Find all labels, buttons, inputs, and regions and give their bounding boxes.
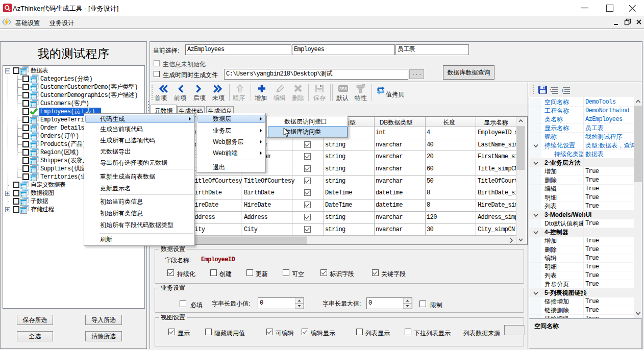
- svg-text:358: 358: [339, 86, 347, 91]
